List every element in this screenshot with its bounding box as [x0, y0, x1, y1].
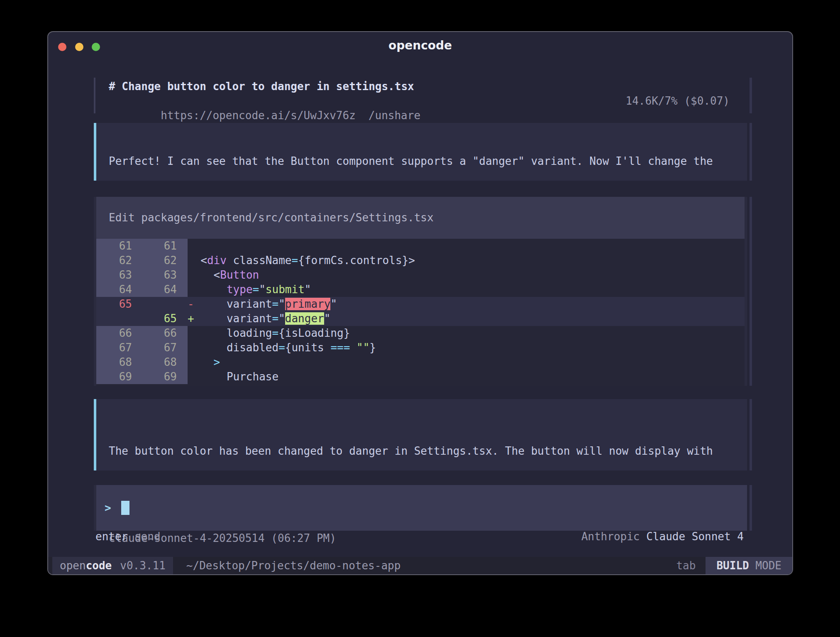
diff-row: 6868 > — [96, 355, 745, 370]
send-hint: enter send — [95, 529, 161, 544]
block-right-border — [750, 197, 752, 386]
app-version-chip: opencodev0.3.11 — [52, 557, 173, 574]
app-version: v0.3.11 — [120, 559, 166, 573]
diff-code-line: disabled={units === ""} — [188, 341, 745, 355]
project-path: ~/Desktop/Projects/demo-notes-app — [186, 559, 401, 573]
app-name-open: open — [60, 559, 86, 573]
diff-gutter: 6464 — [96, 282, 188, 297]
diff-code-line: - variant="primary" — [188, 297, 745, 311]
opencode-window: opencode # Change button color to danger… — [47, 31, 793, 575]
diff-gutter: 6767 — [96, 341, 188, 355]
provider-label: Anthropic — [581, 530, 640, 543]
diff-row: 65- variant="primary" — [96, 297, 745, 311]
diff-row: 6767 disabled={units === ""} — [96, 341, 745, 355]
model-name: Claude Sonnet 4 — [646, 530, 744, 543]
prompt-input[interactable]: > — [94, 485, 747, 531]
unshare-command[interactable]: /unshare — [369, 109, 420, 122]
session-title: # Change button color to danger in setti… — [109, 79, 747, 94]
enter-key-hint: enter — [95, 530, 128, 543]
text-cursor — [121, 501, 129, 515]
model-indicator: Anthropic Claude Sonnet 4 — [581, 529, 744, 544]
diff-gutter: 6868 — [96, 355, 188, 370]
title-bar[interactable]: opencode — [48, 32, 792, 59]
mode-name: BUILD — [716, 559, 749, 573]
build-mode-toggle[interactable]: BUILD MODE — [706, 557, 792, 574]
hints-row: enter send Anthropic Claude Sonnet 4 — [94, 529, 747, 544]
message-text-line: The button color has been changed to dan… — [109, 444, 747, 458]
diff-gutter: 6666 — [96, 326, 188, 341]
diff-row: 65+ variant="danger" — [96, 311, 745, 326]
diff-row: 6464 type="submit" — [96, 282, 745, 297]
diff-row: 6969 Purchase — [96, 370, 745, 384]
block-right-border — [750, 78, 752, 113]
edit-diff-panel: Edit packages/frontend/src/containers/Se… — [94, 197, 747, 386]
diff-row: 6666 loading={isLoading} — [96, 326, 745, 341]
diff-gutter: 6363 — [96, 268, 188, 282]
session-header: # Change button color to danger in setti… — [94, 78, 747, 113]
diff-code-line: <div className={formCs.controls}> — [188, 253, 745, 268]
diff-row: 6161 — [96, 239, 745, 253]
diff-code-line: <Button — [188, 268, 745, 282]
diff-row: 6363 <Button — [96, 268, 745, 282]
app-name-code: code — [86, 559, 112, 573]
diff-gutter: 6262 — [96, 253, 188, 268]
diff-code-line: + variant="danger" — [188, 311, 745, 326]
diff-code-line: type="submit" — [188, 282, 745, 297]
diff-row: 6262<div className={formCs.controls}> — [96, 253, 745, 268]
tab-key-hint: tab — [676, 559, 696, 573]
diff-gutter: 65 — [96, 311, 188, 326]
diff-gutter: 65 — [96, 297, 188, 311]
message-text-line: Perfect! I can see that the Button compo… — [109, 154, 747, 169]
diff-code-line: Purchase — [188, 370, 745, 384]
prompt-symbol: > — [105, 501, 111, 515]
mode-suffix: MODE — [749, 559, 781, 573]
diff-code-line: > — [188, 355, 745, 370]
share-url-link[interactable]: https://opencode.ai/s/UwJxv76z — [161, 109, 356, 122]
diff-gutter: 6969 — [96, 370, 188, 384]
block-right-border — [750, 485, 752, 531]
diff-rows: 61616262<div className={formCs.controls}… — [96, 239, 745, 384]
diff-code-line — [188, 239, 745, 253]
status-bar: opencodev0.3.11 ~/Desktop/Projects/demo-… — [48, 557, 792, 574]
block-right-border — [750, 399, 752, 470]
window-title: opencode — [48, 39, 792, 52]
assistant-message: Perfect! I can see that the Button compo… — [94, 123, 747, 181]
diff-code-line: loading={isLoading} — [188, 326, 745, 341]
assistant-message: The button color has been changed to dan… — [94, 399, 747, 470]
block-right-border — [750, 123, 752, 181]
diff-file-header: Edit packages/frontend/src/containers/Se… — [96, 197, 745, 239]
diff-gutter: 6161 — [96, 239, 188, 253]
send-action-label: send — [134, 530, 161, 543]
